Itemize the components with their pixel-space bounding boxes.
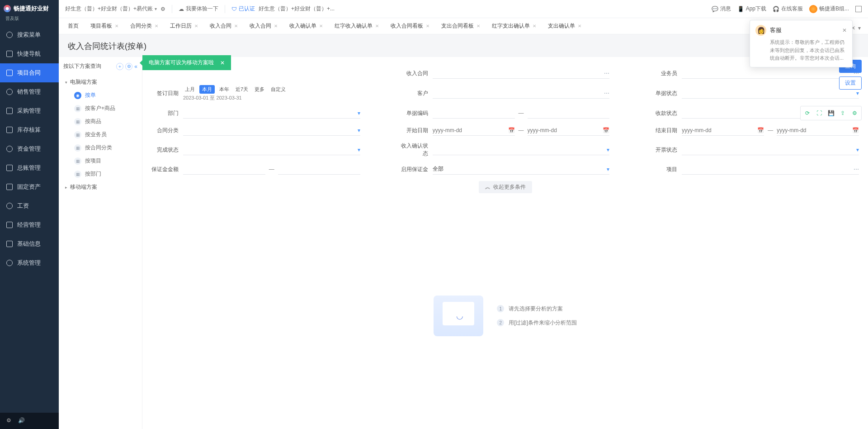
tab-close-icon[interactable]: ✕	[115, 24, 118, 29]
chat-close-icon[interactable]: ✕	[842, 27, 847, 33]
calendar-icon[interactable]: 📅	[603, 127, 609, 133]
toolbar-export-icon[interactable]: ⇪	[838, 108, 848, 118]
input-end-date-from[interactable]: 📅	[682, 125, 764, 136]
input-salesman[interactable]: ⋯	[682, 68, 859, 79]
tab-close-icon[interactable]: ✕	[578, 24, 581, 29]
more-icon[interactable]: ⋯	[854, 166, 859, 172]
chevron-down-icon[interactable]: ▾	[607, 147, 609, 153]
toolbar-expand-icon[interactable]: ⛶	[814, 108, 824, 118]
calendar-icon[interactable]: 📅	[852, 127, 859, 133]
input-bill-code-from[interactable]	[433, 108, 515, 119]
input-income-contract[interactable]: ⋯	[433, 68, 610, 79]
tab-7[interactable]: 红字收入确认单✕	[330, 19, 383, 34]
select-enable-deposit[interactable]: 全部▾	[433, 164, 610, 175]
sidebar-item-9[interactable]: 工资	[0, 196, 59, 215]
tab-6[interactable]: 收入确认单✕	[285, 19, 327, 34]
input-bill-code-to[interactable]	[528, 108, 610, 119]
date-chip[interactable]: 更多	[253, 85, 266, 94]
chevron-down-icon[interactable]: ▾	[856, 90, 859, 96]
verified-badge[interactable]: 🛡 已认证	[231, 5, 255, 13]
tab-close-icon[interactable]: ✕	[234, 24, 238, 29]
gear-button[interactable]: ⚙	[160, 6, 165, 12]
scheme-leaf-0[interactable]: ◉按单	[63, 89, 137, 102]
chevron-down-icon[interactable]: ▾	[358, 110, 360, 116]
input-customer[interactable]: ⋯	[433, 88, 610, 99]
select-finish-status[interactable]: ▾	[183, 144, 360, 155]
scheme-leaf-1[interactable]: ▦按客户+商品	[63, 102, 137, 115]
more-icon[interactable]: ⋯	[604, 90, 609, 96]
sidebar-item-1[interactable]: 快捷导航	[0, 44, 59, 63]
select-invoice-status[interactable]: ▾	[682, 144, 859, 155]
sound-icon[interactable]: 🔊	[18, 417, 25, 424]
tab-4[interactable]: 收入合同✕	[205, 19, 242, 34]
tab-3[interactable]: 工作日历✕	[165, 19, 203, 34]
toolbar-save-icon[interactable]: 💾	[826, 108, 836, 118]
tab-10[interactable]: 红字支出确认单✕	[487, 19, 541, 34]
collapse-panel-icon[interactable]: «	[134, 63, 137, 70]
tab-close-icon[interactable]: ✕	[155, 24, 158, 29]
settings-icon[interactable]: ⚙	[6, 417, 14, 424]
select-bill-status[interactable]: ▾	[682, 88, 859, 99]
input-end-date-to[interactable]: 📅	[777, 125, 859, 136]
chevron-down-icon[interactable]: ▾	[607, 166, 609, 172]
scheme-leaf-4[interactable]: ▦按合同分类	[63, 141, 137, 154]
fullscreen-icon[interactable]	[855, 6, 862, 12]
scheme-group-pc[interactable]: ▾ 电脑端方案	[63, 76, 137, 89]
tip-close-icon[interactable]: ✕	[220, 60, 225, 66]
tab-0[interactable]: 首页	[63, 19, 83, 34]
tab-1[interactable]: 项目看板✕	[86, 19, 123, 34]
date-chip[interactable]: 上月	[183, 85, 197, 94]
sidebar-item-11[interactable]: 基础信息	[0, 234, 59, 253]
input-start-date-to[interactable]: 📅	[528, 125, 610, 136]
chevron-down-icon[interactable]: ▾	[358, 147, 360, 153]
date-chip[interactable]: 本年	[217, 85, 231, 94]
tab-9[interactable]: 支出合同看板✕	[437, 19, 485, 34]
toolbar-config-icon[interactable]: ⚙	[849, 108, 859, 118]
date-chip[interactable]: 本月	[199, 85, 215, 94]
scheme-leaf-3[interactable]: ▦按业务员	[63, 128, 137, 141]
toolbar-refresh-icon[interactable]: ⟳	[802, 108, 812, 118]
user-menu[interactable]: 畅捷通B组...	[809, 5, 849, 13]
add-scheme-button[interactable]: ＋	[116, 63, 123, 70]
date-chip[interactable]: 近7天	[234, 85, 250, 94]
trial-link[interactable]: ☁ 我要体验一下	[179, 5, 218, 13]
app-download-link[interactable]: 📱App下载	[737, 5, 766, 13]
product-switcher[interactable]: 好生意（普）+好业财（普）+易代账 ▾	[65, 5, 157, 13]
tab-close-icon[interactable]: ✕	[426, 24, 429, 29]
select-confirm-status[interactable]: ▾	[433, 144, 610, 155]
tab-close-icon[interactable]: ✕	[319, 24, 323, 29]
tab-overflow-more-icon[interactable]: ▾	[858, 25, 861, 31]
sidebar-item-8[interactable]: 固定资产	[0, 177, 59, 196]
input-deposit-to[interactable]	[278, 164, 360, 175]
select-dept[interactable]: ▾	[183, 108, 360, 119]
tab-close-icon[interactable]: ✕	[533, 24, 536, 29]
scheme-settings-button[interactable]: ⚙	[125, 63, 132, 70]
sidebar-item-2[interactable]: 项目合同	[0, 63, 59, 82]
tab-8[interactable]: 收入合同看板✕	[386, 19, 434, 34]
select-contract-cat[interactable]: ▾	[183, 125, 360, 136]
sidebar-item-7[interactable]: 总账管理	[0, 158, 59, 177]
input-project[interactable]: ⋯	[682, 164, 859, 175]
tab-close-icon[interactable]: ✕	[194, 24, 198, 29]
online-service-link[interactable]: 🎧在线客服	[773, 5, 803, 13]
calendar-icon[interactable]: 📅	[508, 127, 515, 133]
sidebar-item-3[interactable]: 销售管理	[0, 82, 59, 101]
tab-close-icon[interactable]: ✕	[476, 24, 480, 29]
sidebar-item-10[interactable]: 经营管理	[0, 215, 59, 234]
settings-button[interactable]: 设置	[839, 76, 862, 90]
scheme-leaf-2[interactable]: ▦按商品	[63, 115, 137, 128]
scheme-leaf-5[interactable]: ▦按项目	[63, 154, 137, 167]
sidebar-item-6[interactable]: 资金管理	[0, 139, 59, 158]
input-deposit-from[interactable]	[183, 164, 265, 175]
tab-5[interactable]: 收入合同✕	[245, 19, 282, 34]
scheme-group-mobile[interactable]: ▸ 移动端方案	[63, 181, 137, 194]
sidebar-item-4[interactable]: 采购管理	[0, 101, 59, 120]
calendar-icon[interactable]: 📅	[757, 127, 764, 133]
tab-close-icon[interactable]: ✕	[375, 24, 379, 29]
tab-11[interactable]: 支出确认单✕	[543, 19, 586, 34]
chevron-down-icon[interactable]: ▾	[856, 147, 859, 153]
tab-close-icon[interactable]: ✕	[274, 24, 278, 29]
sidebar-item-0[interactable]: 搜索菜单	[0, 25, 59, 44]
input-start-date-from[interactable]: 📅	[433, 125, 515, 136]
chevron-down-icon[interactable]: ▾	[358, 127, 360, 133]
